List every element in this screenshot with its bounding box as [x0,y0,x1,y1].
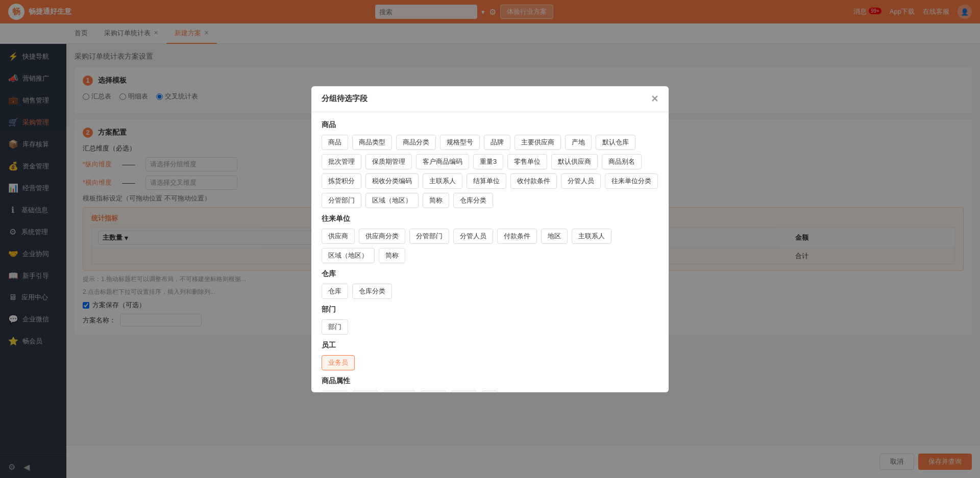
field-tag[interactable]: 保质期管理 [365,154,412,169]
field-tag[interactable]: 地区 [541,229,568,244]
field-tag[interactable]: 区域（地区） [365,193,419,208]
field-tag[interactable]: 属性 [322,391,348,392]
field-tag[interactable]: 分管人员 [453,229,493,244]
modal-header: 分组待选字段 ✕ [311,86,669,112]
product-attr-fields: 属性 颜色 多规格 尺码 鞋码 1 [322,391,658,392]
field-tag[interactable]: 供应商 [322,229,355,244]
section-title-product-attr: 商品属性 [322,376,658,386]
field-tag[interactable]: 结算单位 [467,173,506,189]
field-tag[interactable]: 往来单位分类 [605,173,658,189]
field-tag[interactable]: 分管部门 [409,229,449,244]
section-title-employee: 员工 [322,341,658,350]
modal-overlay: 分组待选字段 ✕ 商品 商品 商品类型 商品分类 规格型号 品牌 主要供应商 产… [0,0,980,478]
field-tag[interactable]: 区域（地区） [322,248,375,263]
partner-fields: 供应商 供应商分类 分管部门 分管人员 付款条件 地区 主联系人 区域（地区） … [322,229,658,263]
field-tag[interactable]: 零售单位 [507,154,547,169]
section-title-product: 商品 [322,120,658,130]
modal-close-button[interactable]: ✕ [651,93,658,105]
field-tag[interactable]: 仓库分类 [453,193,493,208]
warehouse-fields: 仓库 仓库分类 [322,284,658,299]
field-tag[interactable]: 拣货积分 [322,173,361,189]
field-tag[interactable]: 商品别名 [602,154,642,169]
field-tag[interactable]: 规格型号 [440,135,480,150]
modal-title: 分组待选字段 [322,94,368,104]
field-tag[interactable]: 供应商分类 [359,229,405,244]
field-tag[interactable]: 商品分类 [396,135,436,150]
field-selection-modal: 分组待选字段 ✕ 商品 商品 商品类型 商品分类 规格型号 品牌 主要供应商 产… [311,86,669,392]
field-tag[interactable]: 部门 [322,319,348,335]
department-fields: 部门 [322,319,658,335]
field-tag[interactable]: 默认供应商 [551,154,598,169]
section-title-warehouse: 仓库 [322,269,658,279]
field-tag[interactable]: 简称 [423,193,449,208]
field-tag[interactable]: 多规格 [383,391,416,392]
field-tag[interactable]: 收付款条件 [510,173,557,189]
field-tag[interactable]: 默认仓库 [596,135,635,150]
section-title-department: 部门 [322,305,658,314]
field-tag[interactable]: 分管部门 [322,193,361,208]
field-tag[interactable]: 批次管理 [322,154,361,169]
field-tag[interactable]: 商品类型 [352,135,392,150]
field-tag[interactable]: 主要供应商 [514,135,561,150]
field-tag[interactable]: 仓库 [322,284,348,299]
section-title-partner: 往来单位 [322,214,658,223]
modal-body: 商品 商品 商品类型 商品分类 规格型号 品牌 主要供应商 产地 默认仓库 批次… [311,112,669,392]
field-tag[interactable]: 1 [481,391,498,392]
field-tag-selected[interactable]: 业务员 [322,355,355,370]
field-tag[interactable]: 税收分类编码 [365,173,419,189]
field-tag[interactable]: 客户商品编码 [416,154,469,169]
field-tag[interactable]: 品牌 [484,135,510,150]
employee-fields: 业务员 [322,355,658,370]
field-tag[interactable]: 主联系人 [572,229,611,244]
field-tag[interactable]: 主联系人 [423,173,462,189]
field-tag[interactable]: 颜色 [352,391,379,392]
field-tag[interactable]: 尺码 [420,391,447,392]
field-tag[interactable]: 付款条件 [497,229,537,244]
field-tag[interactable]: 分管人员 [561,173,601,189]
product-fields: 商品 商品类型 商品分类 规格型号 品牌 主要供应商 产地 默认仓库 批次管理 … [322,135,658,208]
field-tag[interactable]: 商品 [322,135,348,150]
field-tag[interactable]: 简称 [379,248,405,263]
field-tag[interactable]: 仓库分类 [352,284,392,299]
field-tag[interactable]: 产地 [565,135,592,150]
field-tag[interactable]: 重量3 [473,154,503,169]
field-tag[interactable]: 鞋码 [451,391,477,392]
